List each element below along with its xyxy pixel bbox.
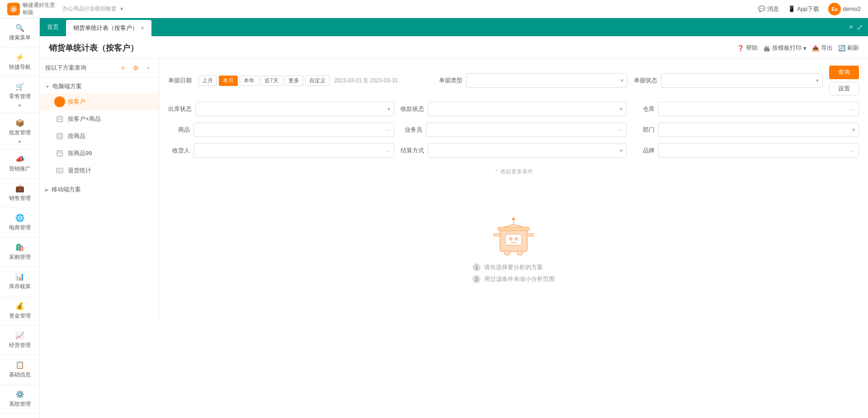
sidebar-item-retail[interactable]: 🛒 零售管理 ▲ [0,77,39,113]
tab-active[interactable]: 销货单统计表（按客户） × [66,20,151,36]
template-print-btn[interactable]: 🖨️ 按模板打印 ▾ [763,44,807,52]
user-nav[interactable]: Ea demo2 [828,3,861,15]
out-status-group: 出库状态 ▾ [168,102,394,116]
out-status-select[interactable]: ▾ [195,102,394,116]
sidebar-item-operation[interactable]: 📈 经营管理 [0,326,39,355]
settings-icon: ⚙ [133,64,139,71]
sidebar-label-retail: 零售管理 [9,93,31,100]
scheme-tools: + ⚙ « [118,63,153,73]
sidebar-item-inventory[interactable]: 📊 库存核算 [0,267,39,296]
sidebar-item-cooperation[interactable]: 🤝 企业协同 [0,414,39,418]
scheme-desktop-header[interactable]: ▼ 电脑端方案 [40,80,159,93]
help-btn[interactable]: ❓ 帮助 [737,44,758,52]
content-area: 首页 销货单统计表（按客户） × × ⤢ 销货单统计表（按客户） ❓ 帮助 [40,18,868,418]
sidebar-item-quicknav[interactable]: ⚡ 快捷导航 [0,48,39,77]
out-status-label: 出库状态 [168,105,195,113]
retail-icon: 🛒 [15,82,24,91]
sidebar-label-basic: 基础信息 [9,371,31,379]
sidebar-item-wholesale[interactable]: 📦 批发管理 ▲ [0,113,39,149]
export-icon: 📤 [812,45,819,52]
inventory-icon: 📊 [15,272,24,281]
system-icon: ⚙️ [15,390,24,399]
department-dropdown-icon: ▾ [852,127,855,133]
svg-rect-24 [527,233,534,236]
export-btn[interactable]: 📤 导出 [812,44,833,52]
sidebar-item-search[interactable]: 🔍 搜索菜单 [0,18,39,48]
brand-select[interactable]: ··· [658,143,859,158]
main-layout: 🔍 搜索菜单 ⚡ 快捷导航 🛒 零售管理 ▲ 📦 批发管理 ▲ 📣 营销推广 💼… [0,18,868,418]
settings-btn-form[interactable]: 设置 [829,82,859,95]
scheme-item-product[interactable]: 按商品 [40,128,159,145]
scheme-mobile-header[interactable]: ▶ 移动端方案 [40,183,159,196]
home-tab-label: 首页 [47,23,59,31]
product-label: 商品 [168,126,193,134]
recipient-dots-icon: ··· [385,147,390,154]
sidebar-label-marketing: 营销推广 [9,165,31,173]
tip-num-2: 2 [472,275,481,283]
date-last7-btn[interactable]: 近7天 [260,76,283,86]
active-tab-label: 销货单统计表（按客户） [73,24,138,32]
warehouse-select[interactable]: ··· [658,102,859,116]
scheme-collapse-btn[interactable]: « [143,63,153,73]
refresh-btn[interactable]: 🔄 刷新 [838,44,859,52]
scheme-item-customer[interactable]: 客 按客户 [40,93,159,110]
svg-point-19 [509,237,513,241]
sidebar-item-basic[interactable]: 📋 基础信息 [0,355,39,385]
refresh-icon: 🔄 [838,45,845,52]
page-title: 销货单统计表（按客户） [49,43,138,53]
scheme-group-mobile: ▶ 移动端方案 [40,181,159,198]
help-icon: ❓ [737,45,744,52]
desktop-arrow-icon: ▼ [45,84,50,89]
tab-home[interactable]: 首页 [40,18,66,36]
sidebar-label-inventory: 库存核算 [9,283,31,290]
sidebar-item-ecommerce[interactable]: 🌐 电商管理 [0,208,39,238]
sidebar-label-purchase: 采购管理 [9,253,31,261]
tab-close-icon[interactable]: × [141,25,144,31]
recipient-select[interactable]: ··· [193,143,394,158]
department-select[interactable]: ▾ [658,123,859,137]
query-btn[interactable]: 查询 [829,66,859,79]
collapse-bar[interactable]: ⌃ 收起更多条件 [168,164,859,179]
app-download-nav[interactable]: 📱 App下载 [788,5,819,13]
date-more-btn[interactable]: 更多 [284,76,303,86]
salesperson-select[interactable]: ··· [426,123,627,137]
date-range-text: 2023-03-01 至 2023-03-31 [334,77,398,85]
sidebar-item-finance[interactable]: 💰 资金管理 [0,296,39,326]
date-this-month-btn[interactable]: 本月 [219,76,238,86]
scheme-settings-btn[interactable]: ⚙ [131,63,141,73]
scheme-title: 按以下方案查询 [45,64,86,72]
doc-status-select[interactable]: ▾ [661,73,823,88]
basic-icon: 📋 [15,361,24,369]
payment-status-select[interactable]: ▾ [428,102,627,116]
scheme-item-product99-label: 按商品99 [68,149,92,157]
scheme-item-customer-product[interactable]: 按客户+商品 [40,110,159,128]
department-group: 部门 ▾ [633,123,859,137]
tab-minimize-btn[interactable]: × [849,23,853,31]
scheme-item-return[interactable]: 退货统计 [40,162,159,179]
date-custom-btn[interactable]: 自定义 [305,76,330,86]
scheme-add-btn[interactable]: + [118,63,128,73]
brand-dots-icon: ··· [849,147,855,154]
product-select[interactable]: ··· [193,123,394,137]
payment-method-select[interactable]: ▾ [428,143,627,158]
mobile-group-label: 移动端方案 [52,185,81,194]
sidebar-item-purchase[interactable]: 🛍️ 采购管理 [0,238,39,267]
tab-maximize-btn[interactable]: ⤢ [857,23,863,32]
message-nav[interactable]: 💬 消息 [758,5,779,13]
date-label: 单据日期 [168,76,195,85]
date-last-month-btn[interactable]: 上月 [198,76,217,86]
scheme-panel: 按以下方案查询 + ⚙ « [40,58,159,318]
doc-type-select[interactable]: ▾ [466,73,628,88]
scheme-item-product99[interactable]: 按商品99 [40,145,159,162]
svg-rect-26 [517,251,523,255]
date-this-year-btn[interactable]: 本年 [240,76,259,86]
payment-method-label: 结算方式 [401,147,428,155]
sidebar-item-sales[interactable]: 💼 销售管理 [0,179,39,208]
sidebar-item-marketing[interactable]: 📣 营销推广 [0,149,39,179]
scheme-item-product-label: 按商品 [68,132,85,140]
industry-dropdown[interactable]: ▾ [120,5,123,12]
retail-arrow: ▲ [18,102,22,107]
operation-icon: 📈 [15,331,24,340]
sidebar-item-system[interactable]: ⚙️ 系统管理 [0,385,39,414]
customer-icon: 客 [54,96,65,107]
